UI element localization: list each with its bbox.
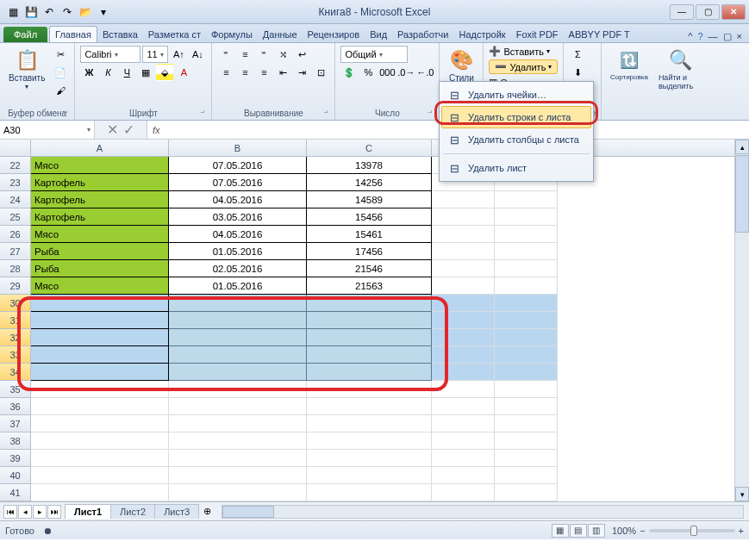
- orientation-icon[interactable]: ⤭: [274, 46, 291, 63]
- bold-button[interactable]: Ж: [80, 64, 97, 81]
- cell[interactable]: Мясо: [31, 277, 169, 295]
- align-left-icon[interactable]: ≡: [217, 64, 234, 81]
- sheet-last-icon[interactable]: ⏭: [47, 505, 61, 519]
- cell[interactable]: [31, 398, 169, 415]
- cell[interactable]: [495, 260, 558, 277]
- sheet-tab-3[interactable]: Лист3: [154, 504, 199, 519]
- cell[interactable]: [495, 312, 558, 329]
- row-header[interactable]: 28: [0, 260, 31, 277]
- align-bottom-icon[interactable]: ⁼: [255, 46, 272, 63]
- row-header[interactable]: 35: [0, 381, 31, 398]
- cell[interactable]: [31, 364, 169, 381]
- cell[interactable]: Картофель: [31, 208, 169, 226]
- font-color-icon[interactable]: A: [175, 64, 192, 81]
- row-header[interactable]: 40: [0, 467, 31, 484]
- minimize-button[interactable]: —: [670, 4, 694, 20]
- vertical-scrollbar[interactable]: ▴ ▾: [734, 140, 749, 501]
- cut-icon[interactable]: ✂: [52, 46, 69, 63]
- cell[interactable]: [31, 467, 169, 484]
- cancel-formula-icon[interactable]: ✕: [107, 121, 118, 138]
- number-format-combo[interactable]: Общий▾: [340, 46, 408, 63]
- tab-home[interactable]: Главная: [49, 26, 97, 42]
- styles-button[interactable]: 🎨 Стили: [445, 46, 477, 84]
- cell[interactable]: [495, 208, 558, 226]
- decrease-indent-icon[interactable]: ⇤: [274, 64, 291, 81]
- cell[interactable]: [495, 364, 558, 381]
- cell[interactable]: [495, 467, 558, 484]
- cell[interactable]: [432, 329, 495, 346]
- cell[interactable]: [432, 312, 495, 329]
- sheet-tab-1[interactable]: Лист1: [65, 504, 111, 519]
- cell[interactable]: 01.05.2016: [169, 243, 307, 260]
- scroll-down-icon[interactable]: ▾: [735, 487, 749, 501]
- cell[interactable]: [495, 381, 558, 398]
- cell[interactable]: [31, 450, 169, 467]
- decrease-decimal-icon[interactable]: ←.0: [416, 64, 434, 81]
- cell[interactable]: [495, 191, 558, 208]
- horizontal-scrollbar[interactable]: [222, 505, 744, 519]
- fill-color-icon[interactable]: ⬙: [156, 64, 173, 81]
- cell[interactable]: [495, 226, 558, 243]
- tab-formulas[interactable]: Формулы: [206, 27, 258, 42]
- align-right-icon[interactable]: ≡: [255, 64, 272, 81]
- doc-min-icon[interactable]: —: [708, 31, 718, 42]
- increase-indent-icon[interactable]: ⇥: [293, 64, 310, 81]
- maximize-button[interactable]: ▢: [696, 4, 720, 20]
- vscroll-thumb[interactable]: [735, 155, 749, 233]
- cell[interactable]: [432, 226, 495, 243]
- cell[interactable]: [307, 381, 432, 398]
- delete-cells-menuitem[interactable]: ⊟ Удалить ячейки…: [441, 84, 591, 106]
- cell[interactable]: [169, 364, 307, 381]
- cell[interactable]: [495, 277, 558, 295]
- cell[interactable]: [495, 432, 558, 450]
- hscroll-thumb[interactable]: [222, 506, 274, 518]
- excel-icon[interactable]: ▦: [5, 4, 21, 20]
- cell[interactable]: Рыба: [31, 243, 169, 260]
- cell[interactable]: Мясо: [31, 157, 169, 174]
- cell[interactable]: [432, 364, 495, 381]
- cell[interactable]: 07.05.2016: [169, 157, 307, 174]
- tab-foxit[interactable]: Foxit PDF: [511, 27, 564, 42]
- cell[interactable]: 07.05.2016: [169, 174, 307, 191]
- delete-cells-button[interactable]: ➖ Удалить ▾: [489, 59, 558, 74]
- cell[interactable]: [31, 381, 169, 398]
- row-header[interactable]: 36: [0, 398, 31, 415]
- tab-data[interactable]: Данные: [258, 27, 303, 42]
- find-button[interactable]: 🔍 Найти и выделить: [655, 46, 707, 92]
- row-header[interactable]: 26: [0, 226, 31, 243]
- sheet-next-icon[interactable]: ▸: [33, 505, 47, 519]
- cell[interactable]: [495, 398, 558, 415]
- cell[interactable]: [307, 467, 432, 484]
- cell[interactable]: [432, 277, 495, 295]
- cell[interactable]: [169, 484, 307, 501]
- view-normal-icon[interactable]: ▦: [552, 524, 569, 538]
- tab-review[interactable]: Рецензиров: [303, 27, 365, 42]
- cell[interactable]: [432, 484, 495, 501]
- cell[interactable]: Мясо: [31, 226, 169, 243]
- border-icon[interactable]: ▦: [137, 64, 154, 81]
- percent-icon[interactable]: %: [359, 64, 377, 81]
- cell[interactable]: [432, 432, 495, 450]
- cell[interactable]: 02.05.2016: [169, 260, 307, 277]
- paste-button[interactable]: 📋 Вставить ▾: [5, 46, 48, 92]
- fill-icon[interactable]: ⬇: [569, 64, 586, 81]
- row-header[interactable]: 27: [0, 243, 31, 260]
- cell[interactable]: 15456: [307, 208, 432, 226]
- row-header[interactable]: 38: [0, 432, 31, 450]
- name-box[interactable]: A30 ▾: [0, 121, 95, 139]
- cell[interactable]: [432, 191, 495, 208]
- cell[interactable]: 01.05.2016: [169, 277, 307, 295]
- cell[interactable]: [432, 467, 495, 484]
- minimize-ribbon-icon[interactable]: ^: [688, 31, 692, 42]
- cell[interactable]: [31, 312, 169, 329]
- cell[interactable]: 04.05.2016: [169, 191, 307, 208]
- cell[interactable]: [307, 450, 432, 467]
- font-size-combo[interactable]: 11▾: [142, 46, 168, 63]
- undo-icon[interactable]: ↶: [41, 4, 57, 20]
- font-name-combo[interactable]: Calibri▾: [80, 46, 140, 63]
- cell[interactable]: [307, 415, 432, 432]
- cell[interactable]: Картофель: [31, 191, 169, 208]
- delete-cols-menuitem[interactable]: ⊟ Удалить столбцы с листа: [441, 128, 591, 151]
- align-center-icon[interactable]: ≡: [236, 64, 253, 81]
- currency-icon[interactable]: 💲: [340, 64, 358, 81]
